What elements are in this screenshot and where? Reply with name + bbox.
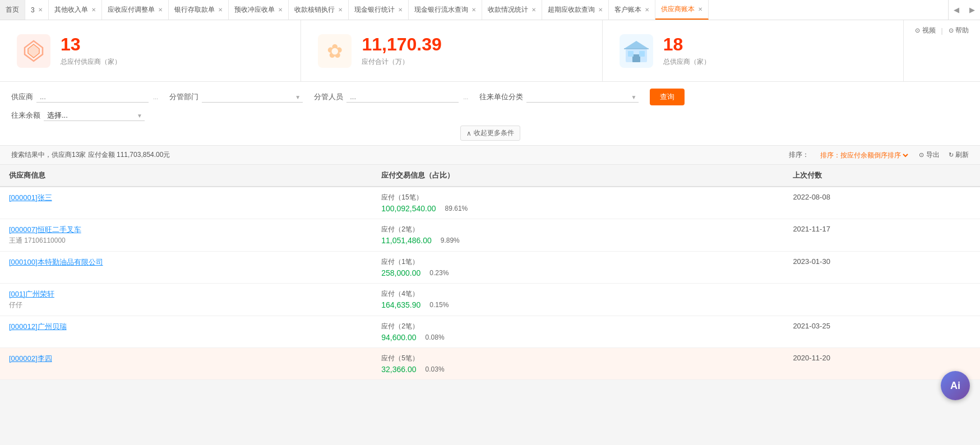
total-suppliers-label: 总供应商（家） bbox=[663, 57, 710, 67]
chevron-up-icon: ∧ bbox=[466, 129, 471, 137]
result-bar-right: 排序： 排序：按应付余额倒序排序 ⊙ 导出 ↻ 刷新 bbox=[789, 150, 969, 160]
card-content-amount: 11,170.39 应付合计（万） bbox=[362, 35, 441, 66]
nav-tab-3[interactable]: 3 ✕ bbox=[25, 0, 49, 20]
table-row: [000007]恒旺二手叉车 王通 17106110000 应付（2笔） 11,… bbox=[0, 219, 980, 252]
transaction-label: 应付（5笔） bbox=[381, 354, 775, 363]
nav-tab-other-income[interactable]: 其他收入单 ✕ bbox=[49, 0, 102, 20]
supplier-table: 供应商信息 应付交易信息（占比） 上次付数 [000001]张三 应付（15笔）… bbox=[0, 165, 980, 380]
supplier-link[interactable]: [000007]恒旺二手叉车 bbox=[9, 225, 363, 235]
person-input[interactable] bbox=[346, 91, 459, 103]
svg-marker-4 bbox=[624, 41, 649, 49]
supplier-input[interactable] bbox=[36, 91, 149, 103]
refresh-button[interactable]: ↻ 刷新 bbox=[949, 150, 969, 160]
nav-tab-cash-stat[interactable]: 现金银行统计 ✕ bbox=[349, 0, 409, 20]
table-body: [000001]张三 应付（15笔） 100,092,540.00 89.61%… bbox=[0, 187, 980, 380]
nav-tab-collection[interactable]: 收款核销执行 ✕ bbox=[289, 0, 349, 20]
transaction-pct: 89.61% bbox=[445, 205, 468, 212]
table-row: [000001]张三 应付（15笔） 100,092,540.00 89.61%… bbox=[0, 187, 980, 219]
nav-tab-supplier-book[interactable]: 供应商账本 ✕ bbox=[655, 0, 709, 20]
supplier-link[interactable]: [000100]本特勤油品有限公司 bbox=[9, 257, 363, 267]
supplier-link[interactable]: [000012]广州贝瑞 bbox=[9, 322, 363, 332]
balance-label: 往来余额 bbox=[11, 110, 40, 120]
close-icon[interactable]: ✕ bbox=[698, 6, 702, 12]
nav-prev-button[interactable]: ◀ bbox=[949, 0, 964, 20]
video-link[interactable]: ⊙ 视频 bbox=[915, 26, 935, 35]
nav-tab-cash-flow[interactable]: 现金银行流水查询 ✕ bbox=[409, 0, 482, 20]
top-right-links: ⊙ 视频 | ⊙ 帮助 bbox=[904, 20, 980, 35]
svg-rect-7 bbox=[639, 51, 645, 57]
total-amount-label: 应付合计（万） bbox=[362, 57, 441, 67]
nav-tab-bank[interactable]: 银行存取款单 ✕ bbox=[169, 0, 229, 20]
filter-bar: 供应商 ... 分管部门 ▼ 分管人员 ... 往来单位分类 bbox=[0, 82, 980, 146]
supplier-info-cell: [000012]广州贝瑞 bbox=[0, 316, 372, 348]
person-label: 分管人员 bbox=[314, 92, 343, 102]
supplier-info-cell: [000001]张三 bbox=[0, 187, 372, 219]
close-icon[interactable]: ✕ bbox=[398, 7, 403, 13]
close-icon[interactable]: ✕ bbox=[471, 7, 476, 13]
nav-tab-home[interactable]: 首页 bbox=[0, 0, 25, 20]
table-row: [001]广州荣轩 仔仔 应付（4笔） 164,635.90 0.15% bbox=[0, 284, 980, 316]
nav-tab-overdue[interactable]: 超期应收款查询 ✕ bbox=[542, 0, 609, 20]
transaction-pct: 0.03% bbox=[426, 365, 445, 373]
table-header: 供应商信息 应付交易信息（占比） 上次付数 bbox=[0, 165, 980, 187]
nav-tab-customer-book[interactable]: 客户账本 ✕ bbox=[609, 0, 655, 20]
last-payment-cell: 2022-08-08 bbox=[784, 187, 980, 219]
export-button[interactable]: ⊙ 导出 bbox=[919, 150, 939, 160]
close-icon[interactable]: ✕ bbox=[38, 7, 43, 13]
table-row: [000012]广州贝瑞 应付（2笔） 94,600.00 0.08% 2021… bbox=[0, 316, 980, 348]
star-icon: ✿ bbox=[318, 34, 352, 68]
last-payment-cell bbox=[784, 284, 980, 316]
svg-marker-1 bbox=[28, 44, 39, 58]
transaction-pct: 0.08% bbox=[426, 333, 445, 341]
last-payment-date: 2020-11-20 bbox=[793, 354, 830, 362]
transaction-info-cell: 应付（2笔） 11,051,486.00 9.89% bbox=[372, 219, 784, 252]
supplier-info-cell: [000002]李四 bbox=[0, 348, 372, 380]
transaction-label: 应付（2笔） bbox=[381, 322, 775, 331]
unit-class-select-wrap: ▼ bbox=[526, 91, 639, 103]
result-summary-text: 搜索结果中，供应商13家 应付金额 111,703,854.00元 bbox=[11, 150, 170, 160]
nav-tab-collection-stat[interactable]: 收款情况统计 ✕ bbox=[482, 0, 542, 20]
last-payment-date: 2022-08-08 bbox=[793, 193, 830, 201]
nav-tab-adjust[interactable]: 应收应付调整单 ✕ bbox=[102, 0, 169, 20]
close-icon[interactable]: ✕ bbox=[218, 7, 223, 13]
filter-row-1: 供应商 ... 分管部门 ▼ 分管人员 ... 往来单位分类 bbox=[11, 89, 969, 105]
close-icon[interactable]: ✕ bbox=[531, 7, 536, 13]
help-link[interactable]: ⊙ 帮助 bbox=[949, 26, 969, 35]
nav-tab-advance[interactable]: 预收冲应收单 ✕ bbox=[229, 0, 289, 20]
last-payment-date: 2023-01-30 bbox=[793, 257, 830, 266]
close-icon[interactable]: ✕ bbox=[91, 7, 96, 13]
close-icon[interactable]: ✕ bbox=[338, 7, 343, 13]
query-button[interactable]: 查询 bbox=[650, 89, 685, 105]
filter-row-2: 往来余额 选择... ▼ bbox=[11, 110, 969, 121]
transaction-amount: 94,600.00 bbox=[381, 333, 416, 342]
transaction-amount: 164,635.90 bbox=[381, 300, 420, 309]
sort-select[interactable]: 排序：按应付余额倒序排序 bbox=[818, 151, 910, 160]
balance-select[interactable]: 选择... bbox=[44, 110, 145, 121]
top-navigation: 首页 3 ✕ 其他收入单 ✕ 应收应付调整单 ✕ 银行存取款单 ✕ 预收冲应收单… bbox=[0, 0, 980, 20]
summary-card-total-suppliers: 18 总供应商（家） bbox=[603, 20, 904, 81]
collapse-button[interactable]: ∧ 收起更多条件 bbox=[460, 126, 520, 141]
transaction-amount: 258,000.00 bbox=[381, 268, 420, 277]
supplier-link[interactable]: [001]广州荣轩 bbox=[9, 289, 363, 299]
nav-next-button[interactable]: ▶ bbox=[964, 0, 980, 20]
unit-class-label: 往来单位分类 bbox=[479, 92, 523, 102]
dept-select[interactable] bbox=[202, 91, 303, 103]
transaction-info-cell: 应付（1笔） 258,000.00 0.23% bbox=[372, 252, 784, 284]
col-supplier-info: 供应商信息 bbox=[0, 165, 372, 187]
transaction-info-cell: 应付（15笔） 100,092,540.00 89.61% bbox=[372, 187, 784, 219]
close-icon[interactable]: ✕ bbox=[598, 7, 603, 13]
supplier-link[interactable]: [000001]张三 bbox=[9, 193, 363, 203]
supplier-label: 供应商 bbox=[11, 92, 33, 102]
shop-icon bbox=[620, 34, 653, 68]
export-icon: ⊙ bbox=[919, 151, 924, 158]
refresh-icon: ↻ bbox=[949, 151, 954, 158]
close-icon[interactable]: ✕ bbox=[645, 7, 649, 13]
close-icon[interactable]: ✕ bbox=[158, 7, 163, 13]
payable-suppliers-number: 13 bbox=[61, 35, 121, 54]
unit-class-select[interactable] bbox=[526, 91, 639, 103]
supplier-sub-info: 仔仔 bbox=[9, 300, 363, 310]
transaction-info-cell: 应付（5笔） 32,366.00 0.03% bbox=[372, 348, 784, 380]
supplier-link[interactable]: [000002]李四 bbox=[9, 354, 363, 364]
supplier-info-cell: [000100]本特勤油品有限公司 bbox=[0, 252, 372, 284]
close-icon[interactable]: ✕ bbox=[278, 7, 283, 13]
